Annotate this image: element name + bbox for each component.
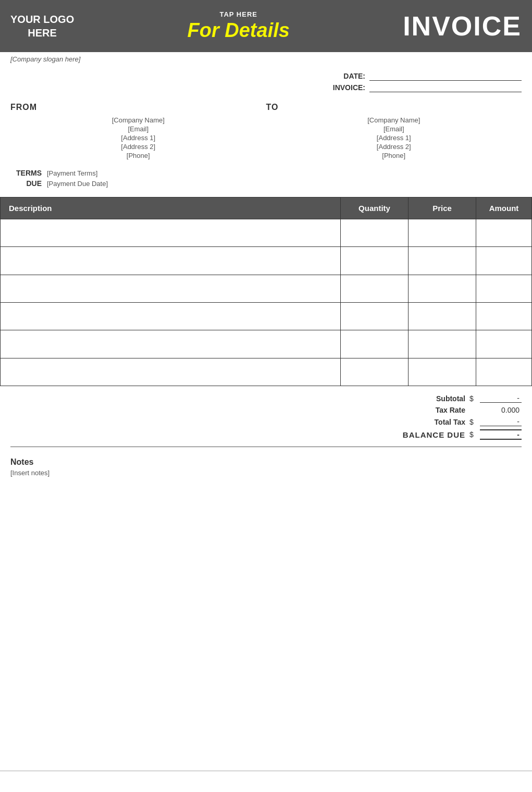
- subtotal-value: -: [480, 394, 522, 403]
- invoice-input-line[interactable]: [369, 83, 522, 92]
- table-row[interactable]: [1, 275, 532, 302]
- amount-cell[interactable]: [476, 302, 532, 330]
- from-email: [Email]: [128, 125, 149, 133]
- balance-due-label: BALANCE DUE: [403, 430, 469, 439]
- table-row[interactable]: [1, 247, 532, 275]
- total-tax-row: Total Tax $ -: [344, 416, 522, 428]
- col-description-header: Description: [1, 197, 341, 219]
- logo-area: YOUR LOGO HERE: [10, 13, 74, 40]
- totals-table: Subtotal $ - Tax Rate 0.000 Total Tax $ …: [344, 392, 522, 441]
- date-invoice-table: DATE: INVOICE:: [324, 71, 522, 92]
- to-column: TO [Company Name] [Email] [Address 1] [A…: [266, 103, 522, 159]
- table-row[interactable]: [1, 302, 532, 330]
- qty-cell[interactable]: [341, 330, 409, 358]
- from-to-section: FROM [Company Name] [Email] [Address 1] …: [0, 94, 532, 165]
- amount-cell[interactable]: [476, 275, 532, 302]
- to-company-name: [Company Name]: [367, 116, 420, 124]
- to-address: [Company Name] [Email] [Address 1] [Addr…: [266, 116, 522, 159]
- from-company-name: [Company Name]: [112, 116, 165, 124]
- header-bar: YOUR LOGO HERE TAP HERE For Details INVO…: [0, 0, 532, 52]
- price-cell[interactable]: [409, 275, 476, 302]
- qty-cell[interactable]: [341, 247, 409, 275]
- price-cell[interactable]: [409, 219, 476, 247]
- notes-content[interactable]: [Insert notes]: [10, 469, 522, 477]
- date-label: DATE:: [324, 72, 365, 80]
- subtotal-row: Subtotal $ -: [344, 392, 522, 404]
- qty-cell[interactable]: [341, 275, 409, 302]
- balance-due-dollar: $: [469, 430, 480, 439]
- amount-cell[interactable]: [476, 247, 532, 275]
- amount-cell[interactable]: [476, 219, 532, 247]
- tap-here-label: TAP HERE: [74, 10, 403, 18]
- balance-due-row: BALANCE DUE $ -: [344, 428, 522, 441]
- due-value: [Payment Due Date]: [47, 180, 108, 188]
- invoice-title: INVOICE: [403, 10, 522, 42]
- to-phone: [Phone]: [382, 152, 405, 159]
- from-header: FROM: [10, 103, 266, 112]
- amount-cell[interactable]: [476, 358, 532, 386]
- desc-cell[interactable]: [1, 358, 341, 386]
- table-row[interactable]: [1, 358, 532, 386]
- tax-rate-row: Tax Rate 0.000: [344, 404, 522, 416]
- logo-line2: HERE: [28, 27, 57, 39]
- price-cell[interactable]: [409, 330, 476, 358]
- terms-value: [Payment Terms]: [47, 169, 97, 177]
- balance-due-value: -: [480, 429, 522, 440]
- date-row: DATE:: [324, 71, 522, 81]
- desc-cell[interactable]: [1, 302, 341, 330]
- to-email: [Email]: [383, 125, 404, 133]
- col-price-header: Price: [409, 197, 476, 219]
- table-header-row: Description Quantity Price Amount: [1, 197, 532, 219]
- total-tax-value: -: [480, 417, 522, 426]
- from-address: [Company Name] [Email] [Address 1] [Addr…: [10, 116, 266, 159]
- price-cell[interactable]: [409, 302, 476, 330]
- qty-cell[interactable]: [341, 302, 409, 330]
- for-details-label: For Details: [74, 19, 403, 42]
- total-tax-dollar: $: [469, 418, 480, 426]
- terms-row: TERMS [Payment Terms]: [10, 169, 522, 177]
- subtotal-dollar: $: [469, 394, 480, 403]
- bottom-separator: [0, 771, 532, 771]
- qty-cell[interactable]: [341, 219, 409, 247]
- desc-cell[interactable]: [1, 275, 341, 302]
- notes-section: Notes [Insert notes]: [0, 447, 532, 482]
- tap-here-area[interactable]: TAP HERE For Details: [74, 10, 403, 42]
- terms-label: TERMS: [10, 169, 42, 177]
- to-header: TO: [266, 103, 522, 112]
- table-row[interactable]: [1, 219, 532, 247]
- from-column: FROM [Company Name] [Email] [Address 1] …: [10, 103, 266, 159]
- desc-cell[interactable]: [1, 247, 341, 275]
- price-cell[interactable]: [409, 358, 476, 386]
- desc-cell[interactable]: [1, 330, 341, 358]
- qty-cell[interactable]: [341, 358, 409, 386]
- from-address2: [Address 2]: [121, 143, 155, 151]
- from-phone: [Phone]: [127, 152, 150, 159]
- price-cell[interactable]: [409, 247, 476, 275]
- invoice-row: INVOICE:: [324, 83, 522, 92]
- invoice-label: INVOICE:: [324, 83, 365, 92]
- date-input-line[interactable]: [369, 71, 522, 81]
- invoice-page: YOUR LOGO HERE TAP HERE For Details INVO…: [0, 0, 532, 792]
- due-row: DUE [Payment Due Date]: [10, 179, 522, 188]
- to-address1: [Address 1]: [377, 134, 411, 142]
- tax-rate-label: Tax Rate: [407, 406, 469, 414]
- due-label: DUE: [10, 179, 42, 188]
- desc-cell[interactable]: [1, 219, 341, 247]
- notes-title: Notes: [10, 457, 522, 467]
- company-slogan: [Company slogan here]: [0, 52, 532, 66]
- amount-cell[interactable]: [476, 330, 532, 358]
- totals-section: Subtotal $ - Tax Rate 0.000 Total Tax $ …: [0, 386, 532, 441]
- date-invoice-section: DATE: INVOICE:: [0, 66, 532, 94]
- table-row[interactable]: [1, 330, 532, 358]
- subtotal-label: Subtotal: [407, 394, 469, 403]
- tax-rate-value: 0.000: [480, 406, 522, 414]
- to-address2: [Address 2]: [377, 143, 411, 151]
- from-address1: [Address 1]: [121, 134, 155, 142]
- logo-line1: YOUR LOGO: [10, 14, 74, 25]
- col-quantity-header: Quantity: [341, 197, 409, 219]
- invoice-table: Description Quantity Price Amount: [0, 197, 532, 386]
- total-tax-label: Total Tax: [407, 418, 469, 426]
- terms-section: TERMS [Payment Terms] DUE [Payment Due D…: [0, 165, 532, 192]
- col-amount-header: Amount: [476, 197, 532, 219]
